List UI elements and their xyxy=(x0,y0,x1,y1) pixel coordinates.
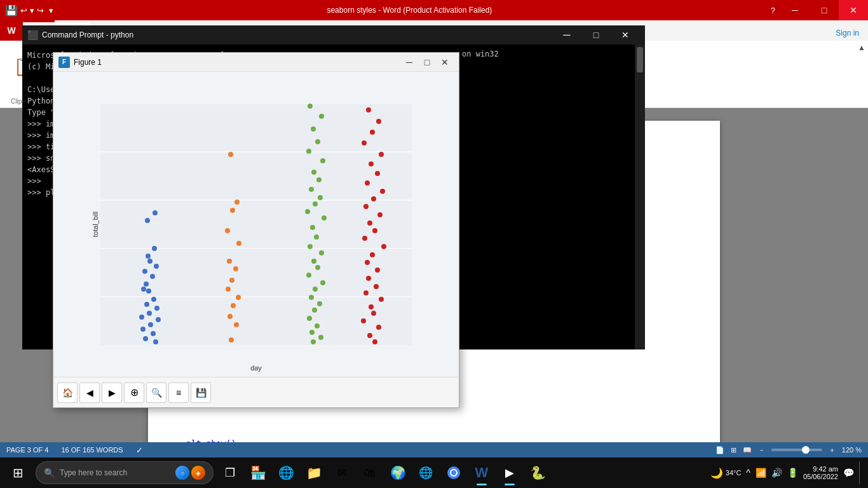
restore-button[interactable]: □ xyxy=(810,0,839,20)
volume-icon[interactable]: 🔊 xyxy=(771,468,782,478)
svg-point-23 xyxy=(141,287,146,292)
toolbar-save-button[interactable]: 💾 xyxy=(191,383,211,403)
svg-point-25 xyxy=(144,302,149,307)
taskbar-app-cmd[interactable]: ▶ xyxy=(496,459,524,487)
word-taskbar-icon: W xyxy=(475,464,489,481)
taskbar-app-browser1[interactable]: 🌍 xyxy=(384,459,412,487)
undo-icon[interactable]: ↩ xyxy=(19,4,29,17)
chevron-up-icon[interactable]: ^ xyxy=(746,468,750,478)
taskbar-app-word[interactable]: W xyxy=(468,459,496,487)
page-info: PAGE 3 OF 4 xyxy=(6,446,48,454)
cmd-close-button[interactable]: ✕ xyxy=(611,25,640,44)
clock-widget[interactable]: 9:42 am 05/06/2022 xyxy=(803,465,838,480)
zoom-out-icon[interactable]: － xyxy=(758,445,765,455)
taskview-icon: ❐ xyxy=(225,466,235,480)
cmd-icon: ⬛ xyxy=(27,30,38,40)
save-icon[interactable]: 💾 xyxy=(5,4,18,17)
taskbar-app-msstore[interactable]: 🛍 xyxy=(356,459,384,487)
svg-point-33 xyxy=(143,336,148,341)
cmd-window-controls: ─ □ ✕ xyxy=(552,25,640,44)
help-icon[interactable]: ? xyxy=(766,6,780,15)
toolbar-forward-button[interactable]: ▶ xyxy=(102,383,122,403)
taskbar-app-edge[interactable]: 🌐 xyxy=(272,459,300,487)
redo-icon[interactable]: ↪ xyxy=(36,4,45,17)
cmd-restore-button[interactable]: □ xyxy=(581,25,611,44)
svg-point-24 xyxy=(151,297,156,302)
figure-close-button[interactable]: ✕ xyxy=(436,54,454,71)
svg-point-60 xyxy=(318,195,323,200)
figure-restore-button[interactable]: □ xyxy=(418,54,436,71)
svg-point-15 xyxy=(146,254,151,259)
svg-point-68 xyxy=(311,259,316,264)
toolbar-search-button[interactable]: 🔍 xyxy=(146,383,166,403)
word-app-icon[interactable]: W xyxy=(0,20,23,41)
status-right: 📄 ⊞ 📖 － ＋ 120 % xyxy=(715,445,862,455)
toolbar-back-button[interactable]: ◀ xyxy=(79,383,100,403)
toolbar-config-button[interactable]: ≡ xyxy=(168,383,189,403)
view-read-icon[interactable]: 📖 xyxy=(743,446,752,454)
taskbar-app-browser2[interactable]: 🌐 xyxy=(412,459,440,487)
start-button[interactable]: ⊞ xyxy=(0,458,36,488)
svg-point-31 xyxy=(140,327,146,332)
svg-point-38 xyxy=(234,200,240,205)
weather-widget[interactable]: 🌙 34°C xyxy=(710,467,742,479)
minimize-button[interactable]: ─ xyxy=(780,0,810,20)
svg-point-16 xyxy=(152,246,157,251)
zoom-in-icon[interactable]: ＋ xyxy=(829,445,836,455)
svg-point-90 xyxy=(380,189,385,194)
view-print-icon[interactable]: 📄 xyxy=(715,446,724,454)
svg-point-32 xyxy=(151,331,156,336)
figure-title-bar: F Figure 1 ─ □ ✕ xyxy=(53,53,459,72)
show-desktop-button[interactable] xyxy=(859,461,863,484)
figure-minimize-button[interactable]: ─ xyxy=(400,54,418,71)
svg-point-28 xyxy=(139,315,144,320)
taskbar-app-store[interactable]: 🏪 xyxy=(244,459,272,487)
store-icon: 🏪 xyxy=(250,465,266,480)
svg-point-66 xyxy=(308,244,313,249)
taskbar-app-explorer[interactable]: 📁 xyxy=(300,459,328,487)
network-icon[interactable]: 📶 xyxy=(756,468,766,478)
svg-point-54 xyxy=(315,139,320,144)
svg-point-107 xyxy=(361,318,366,323)
status-bar: PAGE 3 OF 4 16 OF 165 WORDS ✓ 📄 ⊞ 📖 － ＋ … xyxy=(0,442,868,458)
svg-point-98 xyxy=(370,252,375,257)
svg-point-102 xyxy=(374,284,379,289)
close-button[interactable]: ✕ xyxy=(839,0,868,20)
svg-point-70 xyxy=(306,273,311,278)
toolbar-zoom-button[interactable]: ⊕ xyxy=(124,383,144,403)
search-extra-symbol: ◈ xyxy=(196,470,201,477)
svg-rect-0 xyxy=(100,104,412,345)
svg-point-69 xyxy=(315,265,320,270)
cortana-symbol: ○ xyxy=(180,470,184,477)
svg-point-76 xyxy=(307,316,312,321)
search-bar[interactable]: 🔍 Type here to search ○ ◈ xyxy=(36,461,214,484)
cmd-scroll-thumb xyxy=(637,47,643,72)
battery-icon[interactable]: 🔋 xyxy=(787,468,798,478)
zoom-slider[interactable] xyxy=(771,449,822,451)
cmd-minimize-button[interactable]: ─ xyxy=(552,25,581,44)
view-web-icon[interactable]: ⊞ xyxy=(731,446,736,454)
search-magnifier-icon: 🔍 xyxy=(44,468,55,478)
clock-date: 05/06/2022 xyxy=(803,473,838,480)
svg-point-79 xyxy=(318,335,323,340)
svg-point-39 xyxy=(230,208,235,213)
proofing-icon[interactable]: ✓ xyxy=(136,445,143,455)
svg-point-57 xyxy=(311,170,316,175)
undo-dropdown-icon[interactable]: ▾ xyxy=(30,6,34,15)
taskview-button[interactable]: ❐ xyxy=(216,459,244,487)
y-axis-label: total_bill xyxy=(92,212,99,237)
ribbon-collapse-button[interactable]: ▲ xyxy=(858,43,865,52)
taskbar-app-chrome[interactable] xyxy=(440,459,468,487)
taskbar-app-mail[interactable]: ✉ xyxy=(328,459,356,487)
svg-point-44 xyxy=(229,278,234,283)
figure-window-controls: ─ □ ✕ xyxy=(400,54,454,71)
customize-qa-icon[interactable]: ▾ xyxy=(49,6,53,15)
toolbar-home-button[interactable]: 🏠 xyxy=(57,383,78,403)
sign-in-link[interactable]: Sign in xyxy=(827,25,868,41)
figure-app-icon: F xyxy=(58,57,70,68)
cmd-scrollbar[interactable] xyxy=(635,44,645,349)
svg-point-105 xyxy=(369,304,374,309)
svg-point-55 xyxy=(306,149,311,154)
taskbar-app-python[interactable]: 🐍 xyxy=(524,459,552,487)
notification-icon[interactable]: 💬 xyxy=(843,468,854,478)
